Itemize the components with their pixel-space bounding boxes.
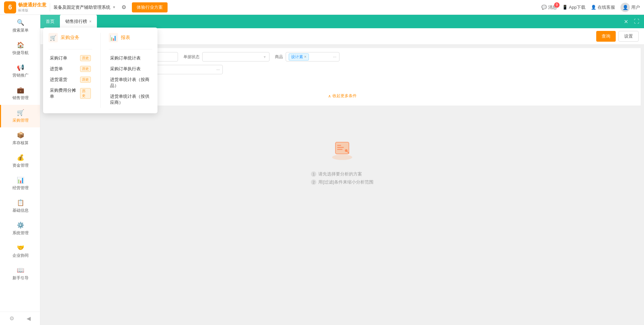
dropdown-item-label-inbound-stats-goods: 进货单统计表（按商品） xyxy=(110,77,151,89)
purchase-business-col: 🛒 采购业务 采购订单 历史 进货单 历史 进货退货 历史 采购费用分摊单 历史 xyxy=(48,33,92,108)
sidebar-item-label-search: 搜索菜单 xyxy=(12,28,29,33)
report-col-title: 报表 xyxy=(121,35,130,41)
purchase-col-divider xyxy=(48,49,92,49)
svg-point-0 xyxy=(332,155,352,160)
tab-sales-ranking-label: 销售排行榜 xyxy=(65,18,87,25)
empty-tip-1: 1 请先选择要分析的方案 xyxy=(311,171,362,177)
sidebar-item-label-guide: 新手引导 xyxy=(12,275,29,281)
sidebar-item-marketing[interactable]: 📢 营销推广 xyxy=(0,60,40,82)
sidebar-item-label-purchase: 采购管理 xyxy=(12,118,29,123)
dropdown-item-inbound-stats-supplier[interactable]: 进货单统计表（按供应商） xyxy=(109,91,152,108)
goods-select[interactable]: 设计素 × ··· xyxy=(286,52,339,62)
system-name: 装备及固定资产辅助管理系统 xyxy=(53,4,110,10)
service-label: 在线客服 xyxy=(598,4,615,10)
dropdown-item-order-stats[interactable]: 采购订单统计表 xyxy=(109,53,152,64)
logo-icon: 6 xyxy=(4,1,16,13)
goods-more-icon[interactable]: ··· xyxy=(333,54,336,59)
salesperson-select[interactable]: ··· xyxy=(155,65,223,74)
message-button[interactable]: 💬 消息 9 xyxy=(541,4,557,10)
dropdown-item-label-order-exec: 采购订单执行表 xyxy=(110,66,141,72)
industry-button[interactable]: 体验行业方案 xyxy=(132,2,168,12)
tab-sales-ranking[interactable]: 销售排行榜 × xyxy=(60,15,97,28)
dropdown-item-purchase-order[interactable]: 采购订单 历史 xyxy=(48,53,92,64)
filter-status-label: 单据状态 xyxy=(183,54,200,60)
salesperson-more-icon[interactable]: ··· xyxy=(216,67,220,72)
sidebar-item-sales[interactable]: 💼 销售管理 xyxy=(0,82,40,105)
sidebar-bottom: ⚙ ◀ xyxy=(0,312,40,325)
sidebar-collapse-icon[interactable]: ◀ xyxy=(27,315,31,322)
operations-icon: 📊 xyxy=(17,176,24,184)
filter-goods-item: 商品 设计素 × ··· xyxy=(275,52,339,62)
dropdown-item-label-inbound-stats-supplier: 进货单统计表（按供应商） xyxy=(110,93,151,106)
sidebar-item-label-finance: 资金管理 xyxy=(12,163,29,168)
message-icon: 💬 xyxy=(541,5,547,10)
settings-button[interactable]: 设置 xyxy=(618,31,639,42)
topbar-right: 💬 消息 9 📱 App下载 👤 在线客服 👤 用户 xyxy=(541,3,640,12)
sales-icon: 💼 xyxy=(17,86,24,94)
dropdown-item-order-exec[interactable]: 采购订单执行表 xyxy=(109,64,152,74)
sidebar-item-operations[interactable]: 📊 经营管理 xyxy=(0,172,40,195)
dropdown-item-expense[interactable]: 采购费用分摊单 历史 xyxy=(48,85,92,102)
user-button[interactable]: 👤 用户 xyxy=(620,3,640,12)
purchase-col-icon: 🛒 xyxy=(48,33,58,42)
message-badge: 9 xyxy=(554,2,560,8)
svg-rect-1 xyxy=(335,142,349,154)
history-tag-return: 历史 xyxy=(80,77,91,83)
settings-icon[interactable]: ⚙ xyxy=(119,3,129,12)
tab-home[interactable]: 首页 xyxy=(40,15,60,28)
goods-tag-close-icon[interactable]: × xyxy=(304,54,307,59)
sidebar-item-finance[interactable]: 💰 资金管理 xyxy=(0,150,40,172)
sidebar-item-label-inventory: 库存核算 xyxy=(12,140,29,146)
system-chevron-icon: ▼ xyxy=(112,5,116,9)
logo-main: 畅捷通好生意 xyxy=(18,2,46,8)
sidebar-item-guide[interactable]: 📖 新手引导 xyxy=(0,262,40,285)
dropdown-item-inbound-stats-goods[interactable]: 进货单统计表（按商品） xyxy=(109,74,152,91)
status-chevron-icon: ▼ xyxy=(263,55,266,59)
inventory-icon: 📦 xyxy=(17,131,24,139)
collapse-chevron-icon: ∧ xyxy=(328,94,331,98)
system-selector[interactable]: 装备及固定资产辅助管理系统 ▼ xyxy=(53,4,116,10)
sidebar-item-label-operations: 经营管理 xyxy=(12,185,29,191)
topbar-divider xyxy=(50,3,50,11)
tab-bar: 首页 销售排行榜 × ✕ ⛶ xyxy=(40,15,644,28)
sidebar-item-label-cooperation: 企业协同 xyxy=(12,253,29,258)
sidebar: 🔍 搜索菜单 🏠 快捷导航 📢 营销推广 💼 销售管理 🛒 采购管理 📦 库存核… xyxy=(0,15,40,325)
history-tag-expense: 历史 xyxy=(80,88,91,99)
online-service-button[interactable]: 👤 在线客服 xyxy=(591,4,615,10)
dropdown-item-label-return: 进货退货 xyxy=(50,77,67,83)
dropdown-item-return[interactable]: 进货退货 历史 xyxy=(48,74,92,85)
dropdown-cols: 🛒 采购业务 采购订单 历史 进货单 历史 进货退货 历史 采购费用分摊单 历史 xyxy=(48,33,152,108)
sidebar-item-nav[interactable]: 🏠 快捷导航 xyxy=(0,37,40,60)
filter-goods-label: 商品 xyxy=(275,54,283,60)
tab-maximize-icon[interactable]: ⛶ xyxy=(632,17,641,26)
report-col-header: 📊 报表 xyxy=(109,33,152,45)
purchase-icon: 🛒 xyxy=(17,109,24,116)
sidebar-item-search[interactable]: 🔍 搜索菜单 xyxy=(0,15,40,37)
topbar: 6 畅捷通好生意 标准版 装备及固定资产辅助管理系统 ▼ ⚙ 体验行业方案 💬 … xyxy=(0,0,644,15)
sidebar-item-cooperation[interactable]: 🤝 企业协同 xyxy=(0,240,40,262)
collapse-label: 收起更多条件 xyxy=(332,93,357,99)
empty-tips: 1 请先选择要分析的方案 2 用[过滤]条件来缩小分析范围 xyxy=(311,171,373,185)
empty-illustration xyxy=(325,132,359,166)
tab-bar-right: ✕ ⛶ xyxy=(621,17,644,26)
sidebar-settings-icon[interactable]: ⚙ xyxy=(9,315,14,322)
status-select[interactable]: ▼ xyxy=(202,52,270,62)
sidebar-item-purchase[interactable]: 🛒 采购管理 xyxy=(0,105,40,127)
query-button[interactable]: 查询 xyxy=(596,31,616,42)
tab-close-window-icon[interactable]: ✕ xyxy=(621,17,631,26)
sidebar-item-basic[interactable]: 📋 基础信息 xyxy=(0,195,40,217)
tab-home-label: 首页 xyxy=(46,18,55,25)
tip-2-number: 2 xyxy=(311,179,316,185)
sidebar-item-inventory[interactable]: 📦 库存核算 xyxy=(0,127,40,150)
app-download-button[interactable]: 📱 App下载 xyxy=(562,4,585,10)
dropdown-item-label-purchase-order: 采购订单 xyxy=(50,55,67,61)
tab-close-icon[interactable]: × xyxy=(89,19,92,24)
app-label: App下载 xyxy=(569,4,585,10)
cols-divider xyxy=(100,33,101,108)
logo-icon-text: 6 xyxy=(8,3,12,11)
svg-rect-2 xyxy=(337,145,341,146)
user-label: 用户 xyxy=(631,4,640,10)
sidebar-item-system[interactable]: ⚙️ 系统管理 xyxy=(0,217,40,240)
dropdown-item-inbound[interactable]: 进货单 历史 xyxy=(48,64,92,74)
home-icon: 🏠 xyxy=(17,41,24,49)
